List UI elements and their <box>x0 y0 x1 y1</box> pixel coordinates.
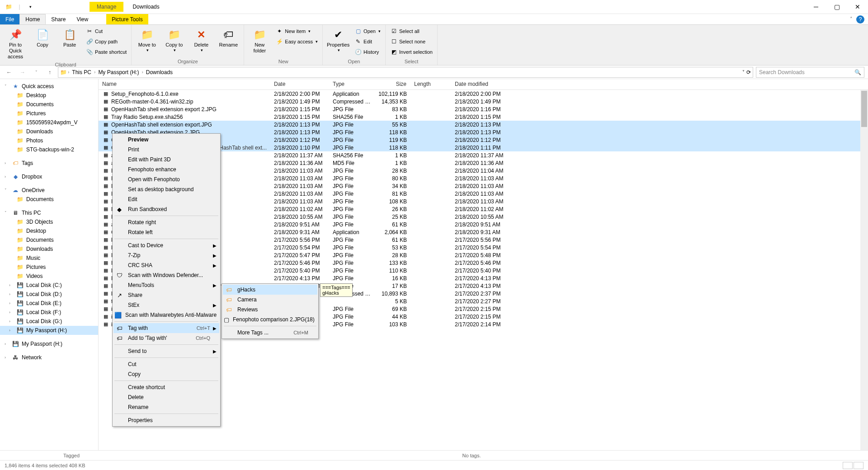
ctx-print[interactable]: Print <box>113 145 219 155</box>
tab-view[interactable]: View <box>71 14 94 24</box>
ctx-copy[interactable]: Copy <box>113 369 219 379</box>
ctx-cast-to-device[interactable]: Cast to Device▶ <box>113 240 219 250</box>
ctx-create-shortcut[interactable]: Create shortcut <box>113 382 219 392</box>
cut-button[interactable]: ✂Cut <box>84 27 128 36</box>
nav-onedrive[interactable]: ˅☁OneDrive <box>0 186 98 195</box>
nav-pc-item[interactable]: ›💾Local Disk (D:) <box>0 290 98 299</box>
nav-pc-item[interactable]: 📁Pictures <box>0 263 98 272</box>
select-none-button[interactable]: ☐Select none <box>388 37 434 46</box>
tab-share[interactable]: Share <box>46 14 71 24</box>
copy-path-button[interactable]: 🔗Copy path <box>84 37 128 46</box>
submenu-reviews[interactable]: 🏷Reviews <box>223 305 317 315</box>
ctx-stex[interactable]: StEx▶ <box>113 300 219 310</box>
search-input[interactable]: Search Downloads 🔍 <box>756 67 864 78</box>
paste-button[interactable]: 📋Paste <box>57 27 82 49</box>
nav-qa-item[interactable]: 📁1550595924wpdm_V <box>0 118 98 127</box>
ctx-fenophoto-enhance[interactable]: Fenophoto enhance <box>113 164 219 174</box>
pin-quick-access-button[interactable]: 📌Pin to Quick access <box>3 27 28 61</box>
ribbon-expand-icon[interactable]: ˄ <box>850 16 853 22</box>
nav-pc-item[interactable]: ›💾Local Disk (E:) <box>0 299 98 308</box>
nav-this-pc[interactable]: ˅🖥This PC <box>0 208 98 217</box>
table-row[interactable]: ▦Setup_Fenophoto-6.1.0.exe2/18/2020 2:00… <box>99 90 868 98</box>
nav-network[interactable]: ›🖧Network <box>0 353 98 362</box>
minimize-button[interactable]: ─ <box>806 0 826 14</box>
tab-file[interactable]: File <box>0 14 19 24</box>
tab-picture-tools[interactable]: Picture Tools <box>106 14 148 24</box>
ctx-rotate-left[interactable]: Rotate left <box>113 227 219 237</box>
easy-access-button[interactable]: ⚡Easy access▾ <box>274 37 320 46</box>
select-all-button[interactable]: ☑Select all <box>388 27 434 36</box>
recent-dropdown[interactable]: ˅ <box>31 67 42 78</box>
submenu-ghacks[interactable]: 🏷gHacks <box>223 285 317 295</box>
breadcrumb-seg-1[interactable]: My Passport (H:) <box>96 69 141 75</box>
ctx-add-to-tag-with-[interactable]: 🏷Add to 'Tag with'Ctrl+Q <box>113 333 219 343</box>
nav-onedrive-documents[interactable]: 📁Documents <box>0 195 98 204</box>
help-icon[interactable]: ? <box>856 15 864 24</box>
nav-pc-item[interactable]: ›💾Local Disk (C:) <box>0 281 98 290</box>
col-modified[interactable]: Date modified <box>451 79 510 89</box>
ctx-set-as-desktop-background[interactable]: Set as desktop background <box>113 184 219 194</box>
col-length[interactable]: Length <box>410 79 451 89</box>
edit-button[interactable]: ✎Edit <box>353 37 382 46</box>
nav-pc-item[interactable]: 📁Downloads <box>0 244 98 254</box>
copy-to-button[interactable]: 📁Copy to▾ <box>161 27 187 54</box>
close-button[interactable]: ✕ <box>847 0 868 14</box>
nav-quick-access[interactable]: ˅★Quick access <box>0 82 98 91</box>
move-to-button[interactable]: 📁Move to▾ <box>134 27 160 54</box>
ctx-scan-with-malwarebytes-anti-malware[interactable]: 🟦Scan with Malwarebytes Anti-Malware <box>113 310 219 320</box>
breadcrumb-seg-0[interactable]: This PC <box>70 69 93 75</box>
ctx-preview[interactable]: Preview <box>113 135 219 145</box>
ctx-share[interactable]: ↗Share <box>113 290 219 300</box>
contextual-tab-manage[interactable]: Manage <box>90 2 123 12</box>
qat-dropdown[interactable]: ▾ <box>25 2 35 12</box>
col-type[interactable]: Type <box>329 79 374 89</box>
view-icons-button[interactable] <box>854 462 863 469</box>
tag-with-submenu[interactable]: 🏷gHacks🏷Camera🏷Reviews▢Fenophoto compari… <box>222 283 319 339</box>
nav-qa-item[interactable]: 📁Downloads <box>0 127 98 136</box>
ctx-edit-with-paint-3d[interactable]: Edit with Paint 3D <box>113 155 219 164</box>
nav-pc-item[interactable]: 📁Desktop <box>0 226 98 235</box>
maximize-button[interactable]: ▢ <box>826 0 847 14</box>
scrollbar-thumb[interactable] <box>861 91 867 127</box>
breadcrumb-seg-2[interactable]: Downloads <box>144 69 175 75</box>
ctx-rotate-right[interactable]: Rotate right <box>113 217 219 227</box>
refresh-icon[interactable]: ⟳ <box>746 69 751 75</box>
table-row[interactable]: ▦OpenHashTab shell extension export.JPG2… <box>99 121 868 128</box>
nav-my-passport[interactable]: ›💾My Passport (H:) <box>0 339 98 348</box>
ctx-rename[interactable]: Rename <box>113 402 219 412</box>
tab-home[interactable]: Home <box>19 14 46 24</box>
ctx-properties[interactable]: Properties <box>113 415 219 425</box>
submenu-more-tags-[interactable]: More Tags ...Ctrl+M <box>223 328 317 338</box>
table-row[interactable]: ▦OpenHashTab shell extension export 2.JP… <box>99 105 868 113</box>
ctx-send-to[interactable]: Send to▶ <box>113 346 219 356</box>
nav-pc-item[interactable]: 📁Music <box>0 254 98 263</box>
copy-button[interactable]: 📄Copy <box>30 27 55 49</box>
new-item-button[interactable]: ✦New item▾ <box>274 27 320 36</box>
ctx-run-sandboxed[interactable]: ◆Run Sandboxed <box>113 204 219 214</box>
open-button[interactable]: ▢Open▾ <box>353 27 382 36</box>
ctx-scan-with-windows-defender-[interactable]: 🛡Scan with Windows Defender... <box>113 270 219 280</box>
nav-qa-item[interactable]: 📁Desktop <box>0 91 98 100</box>
context-menu[interactable]: PreviewPrintEdit with Paint 3DFenophoto … <box>112 133 221 427</box>
nav-qa-item[interactable]: 📁Documents <box>0 100 98 109</box>
nav-pc-item[interactable]: 📁Documents <box>0 235 98 244</box>
paste-shortcut-button[interactable]: 📎Paste shortcut <box>84 47 128 56</box>
invert-selection-button[interactable]: ◩Invert selection <box>388 47 434 56</box>
submenu-camera[interactable]: 🏷Camera <box>223 295 317 305</box>
view-details-button[interactable] <box>843 462 853 469</box>
col-date[interactable]: Date <box>270 79 329 89</box>
properties-button[interactable]: ✔Properties▾ <box>326 27 351 54</box>
scrollbar[interactable] <box>860 90 868 450</box>
nav-pc-item[interactable]: ›💾Local Disk (F:) <box>0 308 98 317</box>
nav-pc-item[interactable]: ›💾Local Disk (G:) <box>0 317 98 326</box>
breadcrumb[interactable]: 📁 › This PC› My Passport (H:)› Downloads… <box>58 67 753 78</box>
ctx-7-zip[interactable]: 7-Zip▶ <box>113 250 219 260</box>
ctx-menutools[interactable]: MenuTools▶ <box>113 280 219 290</box>
nav-qa-item[interactable]: 📁Pictures <box>0 109 98 118</box>
col-size[interactable]: Size <box>374 79 410 89</box>
col-name[interactable]: Name <box>99 79 270 89</box>
nav-pc-item[interactable]: 📁Videos <box>0 272 98 281</box>
nav-qa-item[interactable]: 📁STG-backups-win-2 <box>0 145 98 154</box>
ctx-open-with-fenophoto[interactable]: Open with Fenophoto <box>113 174 219 184</box>
nav-dropbox[interactable]: ›◆Dropbox <box>0 172 98 181</box>
